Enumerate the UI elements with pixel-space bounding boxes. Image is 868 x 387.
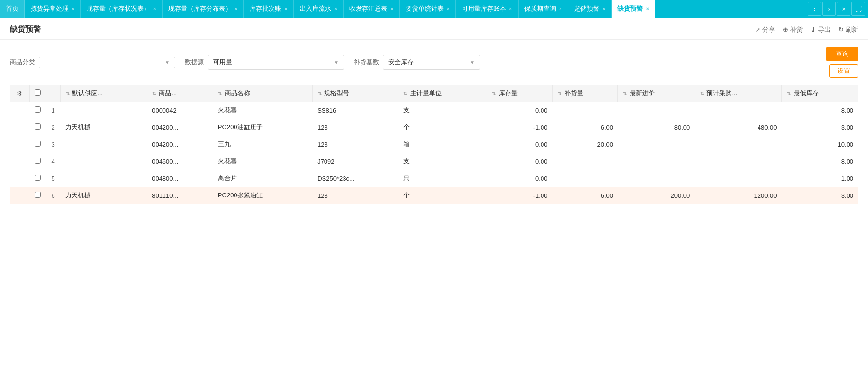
share-icon: ↗ bbox=[755, 26, 760, 33]
th-checkbox bbox=[29, 85, 46, 102]
row-checkbox[interactable] bbox=[35, 192, 41, 198]
row-checkbox-cell[interactable] bbox=[29, 136, 46, 153]
nav-tab-2-label: 现存量（库存状况表） bbox=[87, 4, 150, 13]
row-est-purchase: 480.00 bbox=[695, 119, 781, 136]
row-checkbox-cell[interactable] bbox=[29, 102, 46, 119]
row-checkbox[interactable] bbox=[35, 123, 41, 130]
th-stock[interactable]: ⇅ 库存量 bbox=[487, 85, 553, 102]
row-product-name: PC200张紧油缸 bbox=[213, 187, 312, 204]
th-unit[interactable]: ⇅ 主计量单位 bbox=[398, 85, 487, 102]
nav-tab-8[interactable]: 可用量库存账本 × bbox=[456, 0, 518, 18]
row-checkbox-cell[interactable] bbox=[29, 153, 46, 170]
row-supplier bbox=[60, 153, 147, 170]
table-container: ⚙ ⇅ 默认供应... ⇅ 商品... ⇅ bbox=[0, 85, 868, 204]
nav-tab-1-close[interactable]: × bbox=[72, 6, 74, 12]
replenishment-filter: 补货基数 安全库存 ▼ bbox=[354, 55, 480, 70]
nav-tab-3-label: 现存量（库存分布表） bbox=[168, 4, 232, 13]
category-select[interactable]: ▼ bbox=[39, 57, 175, 68]
row-checkbox[interactable] bbox=[35, 175, 41, 181]
row-gear-cell bbox=[10, 102, 29, 119]
restock-button[interactable]: ⊕ 补货 bbox=[783, 25, 803, 34]
row-unit: 支 bbox=[398, 102, 487, 119]
refresh-label: 刷新 bbox=[846, 25, 858, 34]
nav-prev-button[interactable]: ‹ bbox=[808, 2, 821, 16]
th-est-purchase[interactable]: ⇅ 预计采购... bbox=[695, 85, 781, 102]
th-gear[interactable]: ⚙ bbox=[10, 85, 29, 102]
row-checkbox[interactable] bbox=[35, 106, 41, 113]
sort-stock-icon: ⇅ bbox=[492, 91, 496, 96]
nav-tab-5-close[interactable]: × bbox=[334, 6, 337, 12]
th-product-code[interactable]: ⇅ 商品... bbox=[147, 85, 213, 102]
datasource-select[interactable]: 可用量 ▼ bbox=[208, 55, 344, 70]
settings-button[interactable]: 设置 bbox=[829, 64, 858, 78]
replenishment-select-value: 安全库存 bbox=[388, 58, 470, 67]
row-checkbox[interactable] bbox=[35, 158, 41, 164]
nav-tab-6[interactable]: 收发存汇总表 × bbox=[344, 0, 399, 18]
nav-tab-2[interactable]: 现存量（库存状况表） × bbox=[81, 0, 162, 18]
nav-next-button[interactable]: › bbox=[822, 2, 836, 16]
nav-tab-1[interactable]: 拣货异常处理 × bbox=[25, 0, 81, 18]
nav-tab-home-label: 首页 bbox=[6, 4, 18, 13]
row-latest-price bbox=[618, 153, 695, 170]
row-est-purchase bbox=[695, 153, 781, 170]
row-supplier bbox=[60, 102, 147, 119]
nav-tab-home[interactable]: 首页 bbox=[0, 0, 25, 18]
nav-tab-11-close[interactable]: × bbox=[646, 6, 649, 12]
nav-tab-2-close[interactable]: × bbox=[153, 6, 156, 12]
row-est-purchase bbox=[695, 102, 781, 119]
th-product-name[interactable]: ⇅ 商品名称 bbox=[213, 85, 312, 102]
row-product-name: 火花塞 bbox=[213, 102, 312, 119]
sort-supplier-icon: ⇅ bbox=[66, 91, 70, 96]
refresh-icon: ↻ bbox=[838, 26, 844, 33]
row-product-name: PC200油缸庄子 bbox=[213, 119, 312, 136]
replenishment-select[interactable]: 安全库存 ▼ bbox=[383, 55, 480, 70]
nav-tab-3-close[interactable]: × bbox=[235, 6, 237, 12]
row-checkbox-cell[interactable] bbox=[29, 170, 46, 187]
nav-tab-3[interactable]: 现存量（库存分布表） × bbox=[163, 0, 244, 18]
nav-maximize-button[interactable]: ⛶ bbox=[851, 2, 865, 16]
row-stock: -1.00 bbox=[487, 187, 553, 204]
nav-tab-10[interactable]: 超储预警 × bbox=[568, 0, 612, 18]
row-replenish bbox=[552, 102, 618, 119]
share-button[interactable]: ↗ 分享 bbox=[755, 25, 775, 34]
row-product-name: 火花塞 bbox=[213, 153, 312, 170]
nav-tab-7[interactable]: 要货单统计表 × bbox=[400, 0, 456, 18]
nav-tab-4-close[interactable]: × bbox=[284, 6, 287, 12]
th-stock-label: 库存量 bbox=[499, 89, 518, 97]
row-latest-price bbox=[618, 136, 695, 153]
nav-close-button[interactable]: × bbox=[837, 2, 850, 16]
table-header-row: ⚙ ⇅ 默认供应... ⇅ 商品... ⇅ bbox=[10, 85, 858, 102]
nav-tab-7-close[interactable]: × bbox=[447, 6, 450, 12]
nav-tab-8-close[interactable]: × bbox=[509, 6, 512, 12]
row-supplier bbox=[60, 136, 147, 153]
row-supplier: 力天机械 bbox=[60, 187, 147, 204]
row-replenish: 20.00 bbox=[552, 136, 618, 153]
export-button[interactable]: ⤓ 导出 bbox=[811, 25, 831, 34]
nav-tab-9-close[interactable]: × bbox=[559, 6, 562, 12]
nav-tab-4[interactable]: 库存批次账 × bbox=[244, 0, 293, 18]
row-unit: 箱 bbox=[398, 136, 487, 153]
th-spec[interactable]: ⇅ 规格型号 bbox=[312, 85, 398, 102]
row-index: 4 bbox=[46, 153, 60, 170]
nav-tab-6-label: 收发存汇总表 bbox=[349, 4, 387, 13]
select-all-checkbox[interactable] bbox=[35, 89, 41, 96]
query-button[interactable]: 查询 bbox=[826, 47, 858, 61]
th-supplier[interactable]: ⇅ 默认供应... bbox=[60, 85, 147, 102]
th-product-name-label: 商品名称 bbox=[225, 89, 250, 97]
th-replenish[interactable]: ⇅ 补货量 bbox=[552, 85, 618, 102]
nav-tab-5[interactable]: 出入库流水 × bbox=[294, 0, 344, 18]
row-index: 3 bbox=[46, 136, 60, 153]
row-checkbox-cell[interactable] bbox=[29, 119, 46, 136]
th-min-stock[interactable]: ⇅ 最低库存 bbox=[782, 85, 859, 102]
refresh-button[interactable]: ↻ 刷新 bbox=[838, 25, 858, 34]
row-gear-cell bbox=[10, 187, 29, 204]
row-index: 5 bbox=[46, 170, 60, 187]
nav-tab-9[interactable]: 保质期查询 × bbox=[519, 0, 568, 18]
nav-tab-11-label: 缺货预警 bbox=[617, 4, 643, 13]
nav-tab-6-close[interactable]: × bbox=[390, 6, 393, 12]
row-checkbox[interactable] bbox=[35, 141, 41, 147]
nav-tab-11[interactable]: 缺货预警 × bbox=[612, 0, 655, 18]
nav-tab-10-close[interactable]: × bbox=[602, 6, 605, 12]
th-latest-price[interactable]: ⇅ 最新进价 bbox=[618, 85, 695, 102]
row-checkbox-cell[interactable] bbox=[29, 187, 46, 204]
